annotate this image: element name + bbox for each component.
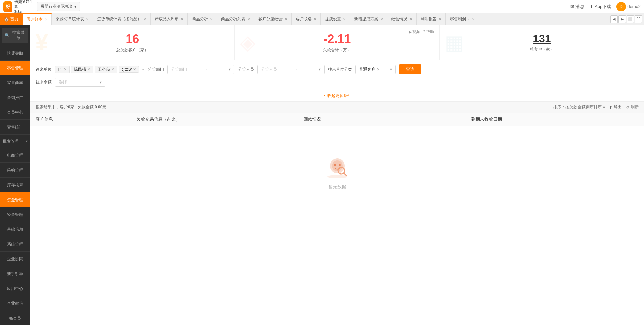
logo-text: 畅捷通好生意 标版 [14, 0, 34, 14]
dept-filter-label: 分管部门 [148, 67, 164, 72]
filter-row-1: 往来单位 伍 ✕ 陈民强 ✕ 王小亮 ✕ cjttcw [36, 64, 639, 74]
sidebar-item-inventory[interactable]: 库存核算 [0, 178, 30, 192]
tab-operation-status[interactable]: 经营情况 ✕ [387, 13, 417, 25]
message-button[interactable]: ✉ 消息 [570, 4, 584, 10]
tab-purchase-stats[interactable]: 进货单统计表（按商品） ✕ [93, 13, 151, 25]
sidebar: 🔍 搜索菜单 快捷导航 零售管理 零售商城 营销推广 会员中心 零售统计 批发管… [0, 25, 30, 325]
export-button[interactable]: ⬆ 导出 [609, 104, 622, 110]
sidebar-item-purchase[interactable]: 采购管理 [0, 163, 30, 178]
sidebar-item-basic-info[interactable]: 基础信息 [0, 222, 30, 237]
sidebar-item-member-vip[interactable]: 畅会员 [0, 311, 30, 325]
sidebar-item-retail[interactable]: 零售管理 [0, 61, 30, 75]
tab-fullscreen-button[interactable]: ⛶ [635, 15, 642, 23]
avatar: D [616, 2, 626, 11]
chevron-up-icon: ∧ [323, 94, 326, 98]
app-download-button[interactable]: ⬇ App下载 [590, 4, 611, 10]
collapse-button[interactable]: ∧ 收起更多条件 [36, 90, 639, 101]
balance-select[interactable]: 选择... ▾ [55, 78, 105, 87]
help-button[interactable]: ? 帮助 [423, 29, 434, 35]
tab-next-button[interactable]: ▶ [618, 15, 626, 23]
tab-new-achieve[interactable]: 新增提成方案 ✕ [350, 13, 387, 25]
sidebar-search-area: 🔍 搜索菜单 [0, 25, 30, 46]
tab-product-instock[interactable]: 产成品入库单 ✕ [151, 13, 188, 25]
sidebar-item-ecommerce[interactable]: 电商管理 [0, 148, 30, 163]
sidebar-item-finance[interactable]: 资金管理 [0, 192, 30, 207]
tab-product-analysis[interactable]: 商品分析 ✕ [188, 13, 217, 25]
filter-tag-close-2[interactable]: ✕ [111, 67, 114, 72]
tab-profit-report[interactable]: 利润报告 ✕ [417, 13, 446, 25]
tab-remind-settings[interactable]: 提成设置 ✕ [321, 13, 350, 25]
search-menu-button[interactable]: 🔍 搜索菜单 [2, 28, 28, 43]
tab-operation-status-label: 经营情况 [391, 16, 407, 22]
unit-type-select[interactable]: 普通客户 ✕ ▾ [355, 65, 396, 74]
result-count-text: 搜索结果中，客户0家 欠款金额 0.00元 [36, 104, 106, 110]
main-layout: 🔍 搜索菜单 快捷导航 零售管理 零售商城 营销推广 会员中心 零售统计 批发管… [0, 25, 644, 325]
tab-purchase-order[interactable]: 采购订单统计表 ✕ [52, 13, 93, 25]
stat-value-customers: 16 [126, 32, 139, 46]
filter-tag-close-3[interactable]: ✕ [133, 67, 136, 72]
sidebar-item-retail-stats[interactable]: 零售统计 [0, 120, 30, 135]
sidebar-item-new-guide[interactable]: 新手引导 [0, 266, 30, 281]
filter-tag-close-1[interactable]: ✕ [87, 67, 90, 72]
svg-point-2 [332, 160, 343, 171]
tab-expand-button[interactable]: ⬜ [627, 15, 634, 23]
person-select[interactable]: 分管人员 ··· ▾ [257, 65, 325, 74]
tab-close-icon[interactable]: ✕ [247, 17, 250, 21]
tab-customer-contact-label: 客户联络 [296, 16, 312, 22]
tab-close-icon[interactable]: ✕ [410, 17, 412, 21]
filter-tag-more[interactable]: ··· [140, 67, 144, 72]
tab-close-icon[interactable]: ✕ [439, 17, 441, 21]
filter-tag-close-unit-type[interactable]: ✕ [377, 67, 380, 72]
chevron-down-icon: ▾ [74, 4, 76, 9]
sidebar-item-enterprise-wechat[interactable]: 企业微信 [0, 296, 30, 311]
system-selector[interactable]: 母婴行业演示帐套 ▾ [37, 2, 80, 11]
top-bar: 好 畅捷通好生意 标版 母婴行业演示帐套 ▾ ✉ 消息 ⬇ App下载 D de… [0, 0, 644, 13]
tab-customer-contact[interactable]: 客户联络 ✕ [292, 13, 321, 25]
query-button[interactable]: 查询 [399, 64, 421, 74]
sidebar-item-marketing[interactable]: 营销推广 [0, 90, 30, 105]
col-customer-info: 客户信息 [36, 116, 136, 122]
tab-close-icon[interactable]: ✕ [380, 17, 383, 21]
tab-product-analysis-list[interactable]: 商品分析列表 ✕ [217, 13, 254, 25]
dept-select[interactable]: 分管部门 ··· ▾ [167, 65, 234, 74]
tab-close-icon[interactable]: ✕ [210, 17, 213, 21]
sidebar-item-system[interactable]: 系统管理 [0, 237, 30, 252]
tab-close-icon[interactable]: ✕ [86, 17, 89, 21]
sidebar-item-wholesale[interactable]: 批发管理 ▾ [0, 135, 30, 148]
stat-label-clients: 总客户（家） [530, 47, 554, 52]
tab-home[interactable]: 🏠 首页 [0, 13, 23, 25]
sidebar-item-member[interactable]: 会员中心 [0, 105, 30, 120]
chevron-down-icon: ▾ [229, 67, 231, 72]
chevron-down-icon: ▾ [319, 67, 321, 72]
top-right-area: ✉ 消息 ⬇ App下载 D demo2 [570, 2, 641, 11]
user-menu[interactable]: D demo2 [616, 2, 641, 11]
tab-customer-book[interactable]: 客户账本 ✕ [23, 13, 52, 25]
filter-tag-close-0[interactable]: ✕ [63, 67, 67, 72]
tab-prev-button[interactable]: ◀ [610, 15, 618, 23]
tab-customer-segment[interactable]: 客户分层经营 ✕ [254, 13, 292, 25]
stat-value-debt: -2.11 [323, 32, 351, 46]
tab-home-label: 首页 [10, 16, 18, 22]
tab-close-icon[interactable]: ✕ [343, 17, 346, 21]
tab-close-icon[interactable]: ✕ [285, 17, 287, 21]
tab-close-icon[interactable]: ✕ [143, 17, 146, 21]
sort-select[interactable]: 排序：按欠款金额倒序排序 ▾ [553, 104, 605, 110]
tab-retail-profit[interactable]: 零售利润（ ✕ [446, 13, 479, 25]
tab-close-icon[interactable]: ✕ [472, 17, 475, 21]
refresh-button[interactable]: ↻ 刷新 [626, 104, 639, 110]
unit-type-tag: 普通客户 ✕ [359, 67, 380, 72]
sidebar-item-enterprise[interactable]: 企业协同 [0, 252, 30, 266]
sidebar-item-app-center[interactable]: 应用中心 [0, 281, 30, 296]
tab-close-icon[interactable]: ✕ [45, 17, 47, 21]
sidebar-item-retail-mall[interactable]: 零售商城 [0, 75, 30, 90]
video-help-button[interactable]: ▶ 视频 [409, 29, 420, 35]
col-overdue-date: 到期未收款日期 [471, 116, 639, 122]
logo-area: 好 畅捷通好生意 标版 [3, 0, 34, 14]
tab-product-analysis-label: 商品分析 [192, 16, 208, 22]
stat-value-clients[interactable]: 131 [533, 32, 551, 45]
tab-close-icon[interactable]: ✕ [314, 17, 316, 21]
tab-close-icon[interactable]: ✕ [181, 17, 183, 21]
sidebar-item-quick-nav[interactable]: 快捷导航 [0, 46, 30, 61]
stat-bg-icon-diamond: ◈ [240, 31, 255, 54]
sidebar-item-operation[interactable]: 经营管理 [0, 207, 30, 222]
